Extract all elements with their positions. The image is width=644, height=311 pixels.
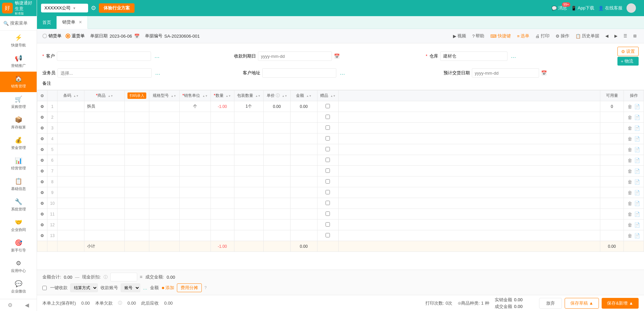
expense-info-icon[interactable]: ? <box>204 285 207 290</box>
calendar-icon[interactable]: 📅 <box>134 34 140 39</box>
row-pkg-7[interactable] <box>234 166 263 177</box>
copy-row-button[interactable]: 📄 <box>634 168 640 174</box>
row-unit-8[interactable] <box>180 177 211 187</box>
row-barcode-12[interactable] <box>58 220 84 230</box>
discard-button[interactable]: 放弃 <box>539 298 562 309</box>
sidebar-item-marketing[interactable]: 📢 营销推广 <box>0 51 37 72</box>
message-button[interactable]: 💬 消息 99+ <box>552 5 567 11</box>
delete-row-button[interactable]: 🗑 <box>628 168 632 174</box>
delete-row-button[interactable]: 🗑 <box>628 125 632 131</box>
row-price-4[interactable] <box>263 133 290 144</box>
row-amount-7[interactable] <box>290 166 317 177</box>
row-gift-11[interactable] <box>317 209 338 220</box>
customer-select-button[interactable]: … <box>154 53 160 59</box>
next-button[interactable]: ▶ <box>612 33 619 39</box>
row-unit-11[interactable] <box>180 209 211 220</box>
radio-sales-order[interactable]: 销货单 <box>42 33 62 39</box>
copy-row-button[interactable]: 📄 <box>634 115 640 120</box>
row-amount-3[interactable] <box>290 123 317 133</box>
row-spec-3[interactable] <box>149 123 180 133</box>
delete-row-button[interactable]: 🗑 <box>628 115 632 120</box>
row-pkg-5[interactable] <box>234 144 263 155</box>
row-spec-1[interactable] <box>149 101 180 112</box>
sidebar-item-purchase[interactable]: 🛒 采购管理 <box>0 92 37 113</box>
logistics-button[interactable]: + 物流 <box>617 57 639 66</box>
row-unit-7[interactable] <box>180 166 211 177</box>
row-qty-13[interactable] <box>211 230 234 241</box>
row-gift-13[interactable] <box>317 230 338 241</box>
row-gift-5[interactable] <box>317 144 338 155</box>
copy-row-button[interactable]: 📄 <box>634 211 640 217</box>
row-barcode-5[interactable] <box>58 144 84 155</box>
row-unit-5[interactable] <box>180 144 211 155</box>
delete-row-button[interactable]: 🗑 <box>628 147 632 152</box>
row-price-12[interactable] <box>263 220 290 230</box>
salesperson-input[interactable] <box>58 68 152 78</box>
row-spec-10[interactable] <box>149 198 180 209</box>
row-spec-8[interactable] <box>149 177 180 187</box>
row-product-11[interactable] <box>84 209 125 220</box>
row-price-13[interactable] <box>263 230 290 241</box>
copy-row-button[interactable]: 📄 <box>634 179 640 185</box>
row-gift-6[interactable] <box>317 155 338 166</box>
delivery-calendar-icon[interactable]: 📅 <box>541 70 547 76</box>
row-settings-2[interactable]: ⚙ <box>37 112 47 123</box>
row-barcode-6[interactable] <box>58 155 84 166</box>
row-qty-3[interactable] <box>211 123 234 133</box>
th-spec[interactable]: 规格型号 ▲▼ <box>149 90 180 101</box>
row-pkg-1[interactable]: 1个 <box>234 101 263 112</box>
row-qty-8[interactable] <box>211 177 234 187</box>
row-qty-12[interactable] <box>211 220 234 230</box>
row-price-9[interactable] <box>263 187 290 198</box>
online-service-button[interactable]: 👤 在线客服 <box>598 5 622 11</box>
row-settings-13[interactable]: ⚙ <box>37 230 47 241</box>
row-settings-8[interactable]: ⚙ <box>37 177 47 187</box>
row-price-10[interactable] <box>263 198 290 209</box>
sidebar-item-quick-nav[interactable]: ⚡ 快捷导航 <box>0 31 37 51</box>
tab-sales-order[interactable]: 销货单 ✕ <box>57 16 88 29</box>
scan-button[interactable]: 扫码录入 <box>127 92 146 99</box>
one-click-payment-checkbox[interactable] <box>42 286 47 290</box>
row-amount-5[interactable] <box>290 144 317 155</box>
row-price-7[interactable] <box>263 166 290 177</box>
search-menu-area[interactable]: 🔍 搜索菜单 <box>0 16 37 31</box>
row-unit-13[interactable] <box>180 230 211 241</box>
th-barcode[interactable]: 条码 ▲▼ <box>58 90 84 101</box>
row-qty-7[interactable] <box>211 166 234 177</box>
search-menu-button[interactable]: 🔍 搜索菜单 <box>2 19 35 28</box>
row-spec-9[interactable] <box>149 187 180 198</box>
row-product-3[interactable] <box>84 123 125 133</box>
row-barcode-13[interactable] <box>58 230 84 241</box>
row-amount-8[interactable] <box>290 177 317 187</box>
row-barcode-10[interactable] <box>58 198 84 209</box>
row-product-6[interactable] <box>84 155 125 166</box>
prev-button[interactable]: ◀ <box>603 33 610 39</box>
list-view-button[interactable]: ☰ <box>621 33 629 39</box>
delete-row-button[interactable]: 🗑 <box>628 233 632 238</box>
row-pkg-4[interactable] <box>234 133 263 144</box>
row-unit-6[interactable] <box>180 155 211 166</box>
customer-address-input[interactable] <box>262 68 336 78</box>
delete-row-button[interactable]: 🗑 <box>628 136 632 142</box>
video-button[interactable]: ▶ 视频 <box>451 32 468 40</box>
row-unit-10[interactable] <box>180 198 211 209</box>
row-spec-5[interactable] <box>149 144 180 155</box>
th-unit[interactable]: *销售单位 ▲▼ <box>180 90 211 101</box>
row-pkg-9[interactable] <box>234 187 263 198</box>
row-amount-11[interactable] <box>290 209 317 220</box>
copy-row-button[interactable]: 📄 <box>634 190 640 195</box>
row-product-4[interactable] <box>84 133 125 144</box>
row-amount-1[interactable]: 0.00 <box>290 101 317 112</box>
th-settings[interactable]: ⚙ <box>37 90 47 101</box>
sidebar-item-app-center[interactable]: ⚙ 应用中心 <box>0 256 37 277</box>
row-unit-4[interactable] <box>180 133 211 144</box>
sidebar-item-basics[interactable]: 📋 基础信息 <box>0 174 37 195</box>
row-barcode-9[interactable] <box>58 187 84 198</box>
copy-row-button[interactable]: 📄 <box>634 222 640 228</box>
row-product-10[interactable] <box>84 198 125 209</box>
copy-row-button[interactable]: 📄 <box>634 104 640 109</box>
warehouse-select-button[interactable]: … <box>511 53 516 59</box>
delete-row-button[interactable]: 🗑 <box>628 211 632 217</box>
row-settings-11[interactable]: ⚙ <box>37 209 47 220</box>
copy-row-button[interactable]: 📄 <box>634 233 640 238</box>
